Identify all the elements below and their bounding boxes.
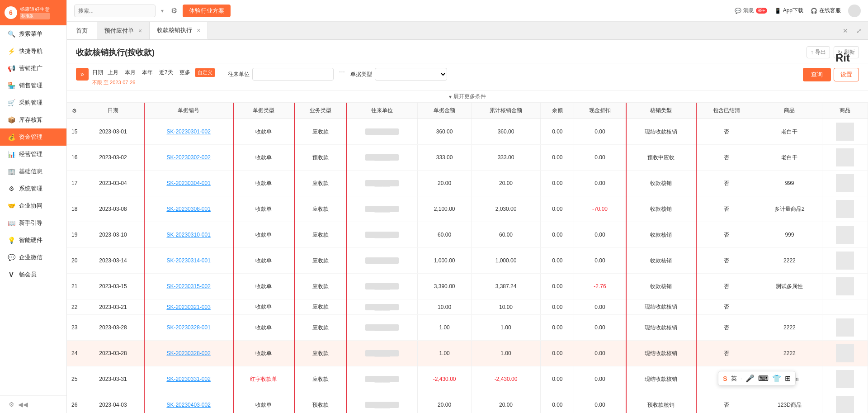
cell-partner: ████ xyxy=(346,171,418,196)
bill-no-link[interactable]: SK-20230314-001 xyxy=(166,257,210,264)
table-row: 26 2023-04-03 SK-20230403-002 收款单 预收款 ██… xyxy=(67,392,868,413)
tab-verify[interactable]: 收款核销执行 × xyxy=(150,22,208,39)
app-download-button[interactable]: 📱 App下载 xyxy=(774,7,803,14)
tab-bar: 首页 预付应付单 × 收款核销执行 × ✕ ⤢ xyxy=(67,22,868,40)
sidebar-item-hardware[interactable]: 💡 智能硬件 xyxy=(0,232,66,249)
bill-no-link[interactable]: SK-20230302-002 xyxy=(166,154,210,161)
bill-no-link[interactable]: SK-20230301-002 xyxy=(166,128,210,135)
filter-this-month[interactable]: 本月 xyxy=(123,68,137,77)
sidebar-item-search[interactable]: 🔍 搜索菜单 xyxy=(0,25,66,43)
ime-keyboard-icon[interactable]: ⌨ xyxy=(758,374,769,383)
cell-partner: ████ xyxy=(346,119,418,145)
tab-verify-close[interactable]: × xyxy=(197,27,200,34)
cell-no: 26 xyxy=(67,392,82,413)
cell-biz-type: 应收款 xyxy=(294,274,346,299)
industry-solution-button[interactable]: 体验行业方案 xyxy=(183,5,231,17)
sidebar-item-guide[interactable]: 📖 新手引导 xyxy=(0,214,66,232)
sidebar-item-finance[interactable]: 💰 资金管理 xyxy=(0,128,66,146)
cell-bill-no: SK-20230331-002 xyxy=(144,366,233,392)
export-icon: ↑ xyxy=(811,49,813,56)
cell-date: 2023-03-21 xyxy=(82,299,144,315)
bill-no-link[interactable]: SK-20230308-001 xyxy=(166,206,210,212)
ime-grid-icon[interactable]: ⊞ xyxy=(785,374,791,383)
filter-settings-button[interactable]: 设置 xyxy=(834,68,859,81)
sidebar-nav: 🔍 搜索菜单 ⚡ 快捷导航 📢 营销推广 🏪 销售管理 🛒 采购管理 📦 库存核… xyxy=(0,25,66,395)
topbar-settings-icon[interactable]: ⚙ xyxy=(171,6,177,15)
cell-product: 123D商品 xyxy=(757,392,822,413)
sidebar-item-marketing[interactable]: 📢 营销推广 xyxy=(0,60,66,77)
user-avatar[interactable] xyxy=(848,5,861,17)
cell-product2 xyxy=(822,274,868,299)
expand-down-icon: ▾ xyxy=(449,94,452,100)
cell-total: 3,387.24 xyxy=(471,274,540,299)
topbar: ▾ ⚙ 体验行业方案 💬 消息 99+ 📱 App下载 🎧 在线客服 xyxy=(67,0,868,22)
bill-no-link[interactable]: SK-20230328-001 xyxy=(166,324,210,331)
filter-toggle-button[interactable]: » xyxy=(76,68,89,81)
bill-no-link[interactable]: SK-20230315-002 xyxy=(166,283,210,290)
table-row: 18 2023-03-08 SK-20230308-001 收款单 应收款 ██… xyxy=(67,196,868,222)
bill-no-link[interactable]: SK-20230321-003 xyxy=(166,304,210,310)
sidebar-item-wechat[interactable]: 💬 企业微信 xyxy=(0,249,66,266)
filter-more-dates[interactable]: 更多 xyxy=(178,68,192,77)
sidebar-item-operations[interactable]: 📊 经营管理 xyxy=(0,146,66,163)
cell-date: 2023-03-04 xyxy=(82,171,144,196)
message-button[interactable]: 💬 消息 99+ xyxy=(735,7,767,14)
cell-included: 否 xyxy=(696,274,757,299)
settings-icon[interactable]: ⚙ xyxy=(7,400,15,408)
cell-bill-no: SK-20230308-001 xyxy=(144,196,233,222)
sidebar-item-inventory[interactable]: 📦 库存核算 xyxy=(0,111,66,128)
cell-total: -2,430.00 xyxy=(471,366,540,392)
cell-discount: 0.00 xyxy=(574,222,626,248)
cell-verify-type: 收款核销 xyxy=(626,274,696,299)
cell-bill-type: 收款单 xyxy=(233,196,294,222)
cell-partner: ████ xyxy=(346,274,418,299)
partner-input[interactable] xyxy=(252,68,334,81)
gear-settings-icon[interactable]: ⚙ xyxy=(72,108,77,114)
ime-mic-icon[interactable]: 🎤 xyxy=(745,374,755,383)
sidebar-item-vip[interactable]: V 畅会员 xyxy=(0,266,66,283)
filter-last-month[interactable]: 上月 xyxy=(106,68,120,77)
cell-no: 19 xyxy=(67,222,82,248)
cell-discount: -2.76 xyxy=(574,274,626,299)
bill-type-select[interactable] xyxy=(375,68,447,81)
sales-icon: 🏪 xyxy=(7,81,15,90)
filter-custom-button[interactable]: 自定义 xyxy=(195,68,215,77)
sidebar-item-sales[interactable]: 🏪 销售管理 xyxy=(0,77,66,94)
sidebar-item-quicknav[interactable]: ⚡ 快捷导航 xyxy=(0,43,66,60)
cell-date: 2023-03-28 xyxy=(82,341,144,366)
sidebar-item-purchase[interactable]: 🛒 采购管理 xyxy=(0,94,66,111)
cell-amount: 60.00 xyxy=(418,222,471,248)
query-button[interactable]: 查询 xyxy=(803,68,831,81)
filter-7-days[interactable]: 近7天 xyxy=(157,68,175,77)
tab-close-all-icon[interactable]: ✕ xyxy=(840,25,851,36)
bill-no-link[interactable]: SK-20230310-001 xyxy=(166,232,210,238)
app-name: 畅康道好生意 xyxy=(20,6,50,12)
bill-no-link[interactable]: SK-20230403-002 xyxy=(166,402,210,408)
expand-button[interactable]: ▾ 展开更多条件 xyxy=(449,93,486,100)
table-row: 22 2023-03-21 SK-20230321-003 收款单 应收款 ██… xyxy=(67,299,868,315)
sidebar-item-collab[interactable]: 🤝 企业协同 xyxy=(0,197,66,214)
bill-no-link[interactable]: SK-20230304-001 xyxy=(166,180,210,186)
tab-prepay[interactable]: 预付应付单 × xyxy=(97,22,150,39)
tab-prepay-close[interactable]: × xyxy=(138,27,142,34)
export-button[interactable]: ↑ 导出 xyxy=(807,46,830,58)
bill-no-link[interactable]: SK-20230328-002 xyxy=(166,350,210,356)
table-body: 15 2023-03-01 SK-20230301-002 收款单 应收款 ██… xyxy=(67,119,868,413)
global-search-input[interactable] xyxy=(74,5,156,17)
search-dropdown-icon[interactable]: ▾ xyxy=(161,8,164,14)
sidebar-item-system[interactable]: ⚙ 系统管理 xyxy=(0,180,66,197)
collapse-icon[interactable]: ◀◀ xyxy=(19,400,27,408)
table-header-row: ⚙ 日期 单据编号 单据类型 业务类型 往来单位 单据金额 累计核销金额 余额 … xyxy=(67,103,868,119)
cell-biz-type: 应收款 xyxy=(294,222,346,248)
cell-amount: 1.00 xyxy=(418,341,471,366)
cell-partner: ████ xyxy=(346,299,418,315)
online-service-button[interactable]: 🎧 在线客服 xyxy=(811,7,841,14)
filter-this-year[interactable]: 本年 xyxy=(140,68,155,77)
sidebar-item-basic[interactable]: 🏢 基础信息 xyxy=(0,163,66,180)
date-label: 日期 xyxy=(92,69,103,76)
ime-shirt-icon[interactable]: 👕 xyxy=(772,374,781,383)
tab-maximize-icon[interactable]: ⤢ xyxy=(854,25,864,36)
bill-no-link[interactable]: SK-20230331-002 xyxy=(166,376,210,382)
tab-home[interactable]: 首页 xyxy=(67,22,97,39)
bill-type-label: 单据类型 xyxy=(350,71,372,78)
